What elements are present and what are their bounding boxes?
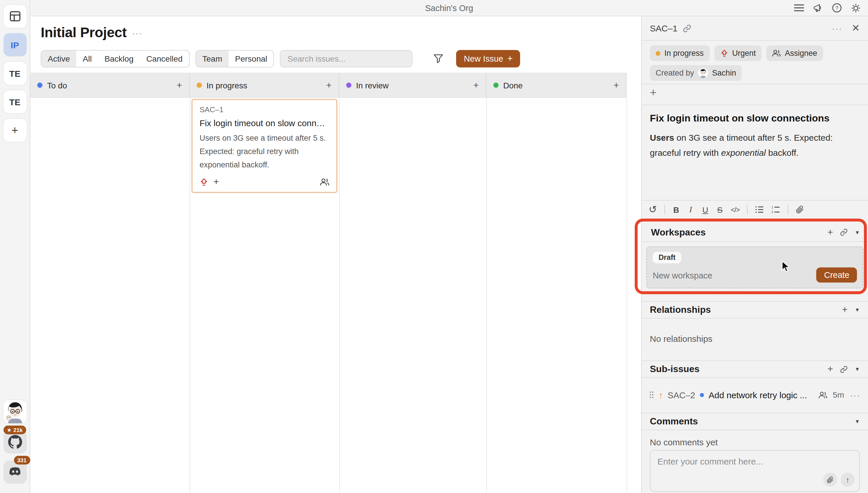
add-issue-in-progress-button[interactable]: + <box>326 80 332 90</box>
user-avatar[interactable] <box>3 400 26 423</box>
numbered-list-icon[interactable]: 12 <box>772 206 781 213</box>
add-workspace-row-button[interactable]: + <box>827 227 833 238</box>
issue-detail-panel: SAC–1 ··· ✕ In progress Urgent <box>641 16 868 493</box>
app-window: Sachin's Org ? IP TE TE + <box>0 0 868 493</box>
badge-row: In progress Urgent Assignee <box>650 45 862 61</box>
tab-backlog[interactable]: Backlog <box>98 50 140 67</box>
users-icon[interactable] <box>818 391 827 399</box>
add-workspace-button[interactable]: + <box>3 119 26 142</box>
collapse-chevron-icon[interactable]: ▼ <box>855 229 860 235</box>
workspace-tile-te-2[interactable]: TE <box>3 90 26 113</box>
italic-button[interactable]: I <box>687 205 694 214</box>
editor-toolbar: ↺ B I U S </> 12 <box>642 200 868 219</box>
urgent-priority-icon <box>720 49 728 58</box>
panel-more-icon[interactable]: ··· <box>832 23 842 33</box>
issue-description[interactable]: Users on 3G see a timeout after 5 s. Exp… <box>650 130 859 161</box>
link-icon[interactable] <box>840 365 848 373</box>
high-priority-arrow-icon: ↑ <box>659 390 663 400</box>
issue-card-sac-1[interactable]: SAC–1 Fix login timeout on slow conn… Us… <box>191 99 337 193</box>
column-divider <box>339 98 340 493</box>
subissue-id: SAC–2 <box>667 390 695 400</box>
relationships-section-header: Relationships + ▼ <box>642 301 868 319</box>
status-dot-done <box>493 83 499 88</box>
tab-cancelled[interactable]: Cancelled <box>140 50 189 67</box>
panels-layout-button[interactable] <box>3 5 26 28</box>
add-issue-done-button[interactable]: + <box>614 80 619 90</box>
copy-link-icon[interactable] <box>683 24 691 32</box>
status-dot-in-progress <box>197 83 202 88</box>
add-subissue-button[interactable]: + <box>827 363 833 375</box>
plus-icon: + <box>507 53 513 64</box>
card-description: Users on 3G see a timeout after 5 s. Exp… <box>200 131 329 172</box>
subissue-more-icon[interactable]: ··· <box>850 390 861 400</box>
users-icon <box>772 49 781 57</box>
attachment-icon[interactable] <box>796 205 804 214</box>
filter-funnel-icon[interactable] <box>434 54 443 63</box>
project-title: Initial Project <box>41 24 126 41</box>
status-badge[interactable]: In progress <box>650 45 709 61</box>
tab-personal[interactable]: Personal <box>229 50 274 67</box>
column-header-in-review: In review + <box>339 73 487 98</box>
drag-handle-icon[interactable] <box>649 391 654 399</box>
code-button[interactable]: </> <box>731 206 740 213</box>
svg-text:1: 1 <box>772 206 773 209</box>
bullet-list-icon[interactable] <box>756 206 764 213</box>
new-issue-button[interactable]: New Issue+ <box>456 50 520 67</box>
column-divider <box>487 98 487 493</box>
add-issue-in-review-button[interactable]: + <box>473 80 479 90</box>
filter-tabs: Active All Backlog Cancelled <box>41 50 190 67</box>
github-link[interactable]: ★21k <box>3 430 26 453</box>
project-menu-icon[interactable]: ··· <box>132 28 142 38</box>
bold-button[interactable]: B <box>673 205 680 214</box>
link-icon[interactable] <box>840 229 848 236</box>
add-attribute-button[interactable]: + <box>650 86 664 100</box>
issue-title: Fix login timeout on slow connections <box>650 113 860 124</box>
column-header-done: Done + <box>487 73 626 98</box>
urgent-priority-icon[interactable] <box>200 177 208 186</box>
strikethrough-button[interactable]: S <box>717 205 723 214</box>
svg-text:2: 2 <box>772 211 773 213</box>
workspaces-heading: Workspaces <box>651 227 706 237</box>
add-issue-todo-button[interactable]: + <box>177 80 182 90</box>
in-progress-dot <box>656 51 660 56</box>
search-input[interactable] <box>280 50 413 67</box>
assignee-users-icon[interactable] <box>320 178 329 186</box>
collapse-chevron-icon[interactable]: ▼ <box>855 366 860 372</box>
close-panel-icon[interactable]: ✕ <box>852 22 860 34</box>
workspace-rail: IP TE TE + ★21k <box>0 0 30 493</box>
send-comment-button[interactable]: ↑ <box>841 473 855 487</box>
panel-header: SAC–1 ··· ✕ <box>642 16 868 41</box>
tab-team[interactable]: Team <box>196 50 229 67</box>
collapse-chevron-icon[interactable]: ▼ <box>855 307 860 313</box>
create-workspace-button[interactable]: Create <box>817 267 857 282</box>
add-relationship-button[interactable]: + <box>842 304 848 316</box>
attach-file-button[interactable] <box>823 473 837 487</box>
github-stars-badge: ★21k <box>3 426 26 434</box>
priority-badge[interactable]: Urgent <box>714 45 762 61</box>
workspace-name-input[interactable]: New workspace <box>653 271 712 280</box>
tab-active[interactable]: Active <box>41 50 76 67</box>
add-label-icon[interactable]: + <box>213 176 219 187</box>
workspaces-section: Workspaces + ▼ Draft New workspace Creat… <box>642 223 868 293</box>
creator-avatar <box>698 68 708 78</box>
undo-icon[interactable]: ↺ <box>649 203 657 216</box>
column-header-todo: To do + <box>30 73 190 98</box>
comments-empty-text: No comments yet <box>650 437 868 447</box>
subissue-row[interactable]: ↑ SAC–2 Add network retry logic ... 5m ·… <box>642 386 868 404</box>
column-header-in-progress: In progress + <box>190 73 339 98</box>
divider <box>642 105 868 105</box>
comment-input[interactable]: Enter your comment here... ↑ <box>650 450 860 492</box>
collapse-chevron-icon[interactable]: ▼ <box>855 419 860 424</box>
discord-icon <box>8 467 22 477</box>
underline-button[interactable]: U <box>702 205 709 214</box>
assignee-badge[interactable]: Assignee <box>766 45 823 61</box>
subissue-title: Add network retry logic ... <box>708 390 813 400</box>
draft-chip[interactable]: Draft <box>653 252 681 263</box>
discord-link[interactable]: 331 <box>3 460 26 484</box>
created-by-badge[interactable]: Created by Sachin <box>650 65 742 81</box>
workspace-tile-ip[interactable]: IP <box>3 33 26 57</box>
tab-all[interactable]: All <box>76 50 98 67</box>
top-bar: Sachin's Org ? <box>30 0 868 16</box>
column-headers: To do + In progress + In review + Done + <box>30 73 626 98</box>
workspace-tile-te-1[interactable]: TE <box>3 62 26 85</box>
